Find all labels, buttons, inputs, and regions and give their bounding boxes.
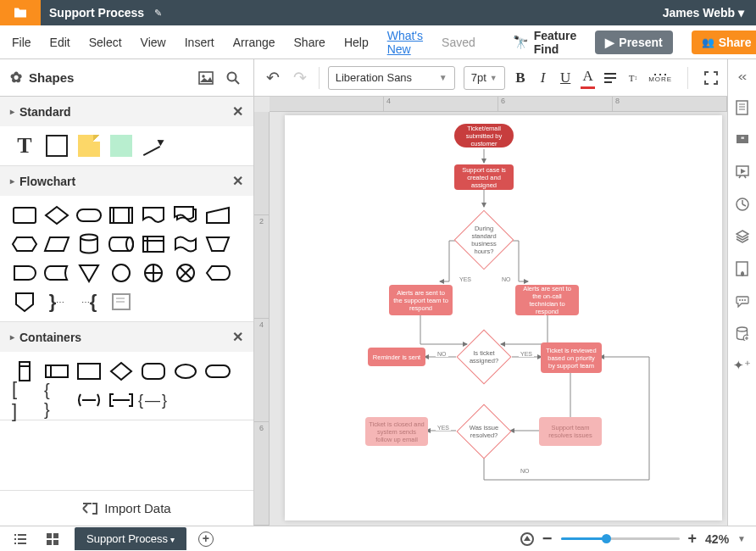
menu-arrange[interactable]: Arrange bbox=[233, 36, 275, 49]
zoom-fit-icon[interactable] bbox=[520, 532, 534, 546]
fc-brace-right[interactable]: }⋯ bbox=[44, 291, 69, 313]
node-resolve[interactable]: Support team resolves issues bbox=[539, 417, 602, 446]
fc-stored-data[interactable] bbox=[44, 262, 69, 284]
comment-icon[interactable]: ❝ bbox=[735, 132, 750, 147]
menu-edit[interactable]: Edit bbox=[50, 36, 70, 49]
menu-share-menu[interactable]: Share bbox=[294, 36, 325, 49]
fc-or[interactable] bbox=[141, 262, 166, 284]
underline-button[interactable]: U bbox=[559, 67, 573, 89]
paint-icon[interactable] bbox=[735, 261, 750, 276]
canvas-viewport[interactable]: 468 246 bbox=[254, 97, 727, 526]
fc-display[interactable] bbox=[205, 262, 231, 284]
cont-round-rect[interactable] bbox=[141, 360, 166, 382]
fc-paper-tape[interactable] bbox=[173, 233, 198, 255]
fc-internal-storage[interactable] bbox=[141, 233, 166, 255]
shape-note[interactable] bbox=[76, 135, 102, 157]
cont-swim-h[interactable] bbox=[44, 360, 69, 382]
fc-brace-left[interactable]: ⋯{ bbox=[76, 291, 102, 313]
redo-icon[interactable]: ↷ bbox=[290, 68, 310, 88]
fc-note[interactable] bbox=[108, 291, 134, 313]
cont-brace1[interactable]: { } bbox=[44, 389, 69, 411]
zoom-value[interactable]: 42% bbox=[705, 532, 729, 546]
shape-arrow[interactable] bbox=[141, 135, 166, 157]
fc-database[interactable] bbox=[76, 233, 102, 255]
zoom-in-button[interactable]: + bbox=[688, 530, 698, 548]
node-alert-oncall[interactable]: Alerts are sent to the on-call technicia… bbox=[515, 285, 579, 315]
present-panel-icon[interactable] bbox=[735, 164, 750, 180]
folder-icon[interactable] bbox=[0, 0, 41, 25]
cont-diamond[interactable] bbox=[108, 360, 134, 382]
fc-manual-op[interactable] bbox=[205, 233, 231, 255]
menu-select[interactable]: Select bbox=[89, 36, 122, 49]
grid-view-icon[interactable] bbox=[42, 529, 63, 549]
fc-terminator[interactable] bbox=[76, 204, 102, 226]
section-standard-header[interactable]: Standard ✕ bbox=[0, 97, 253, 126]
node-ticket-submitted[interactable]: Ticket/email submitted by customer bbox=[454, 124, 514, 147]
menu-help[interactable]: Help bbox=[344, 36, 369, 49]
layers-icon[interactable] bbox=[735, 229, 750, 244]
font-select[interactable]: Liberation Sans ▼ bbox=[328, 66, 455, 90]
user-menu[interactable]: James Webb bbox=[651, 6, 756, 19]
gear-icon[interactable]: ✿ bbox=[10, 69, 22, 86]
section-containers-header[interactable]: Containers ✕ bbox=[0, 322, 253, 352]
zoom-slider[interactable] bbox=[561, 537, 680, 540]
fc-merge[interactable] bbox=[76, 262, 102, 284]
node-alert-support[interactable]: Alerts are sent to the support team to r… bbox=[389, 285, 453, 315]
fc-predefined[interactable] bbox=[108, 204, 134, 226]
fc-sum-junction[interactable] bbox=[173, 262, 198, 284]
image-icon[interactable] bbox=[196, 68, 216, 88]
font-size-select[interactable]: 7pt ▼ bbox=[464, 66, 505, 90]
collapse-icon[interactable]: « bbox=[732, 68, 752, 83]
canvas[interactable]: Ticket/email submitted by customer Suppo… bbox=[285, 115, 722, 520]
feature-find[interactable]: 🔭 Feature Find bbox=[513, 29, 577, 56]
search-icon[interactable] bbox=[223, 68, 243, 88]
fc-decision[interactable] bbox=[44, 204, 69, 226]
doc-icon[interactable] bbox=[735, 100, 750, 115]
cont-rect[interactable] bbox=[76, 360, 102, 382]
shape-text[interactable]: T bbox=[12, 135, 37, 157]
cont-brace2[interactable]: {—} bbox=[141, 389, 166, 411]
menu-file[interactable]: File bbox=[12, 36, 31, 49]
bold-button[interactable]: B bbox=[514, 67, 528, 89]
node-case-created[interactable]: Support case is created and assigned bbox=[454, 164, 514, 190]
node-reviewed[interactable]: Ticket is reviewed based on priority by … bbox=[541, 342, 602, 373]
fc-delay[interactable] bbox=[12, 262, 37, 284]
italic-button[interactable]: I bbox=[536, 67, 550, 89]
menu-insert[interactable]: Insert bbox=[185, 36, 214, 49]
present-button[interactable]: ▶ Present bbox=[595, 31, 672, 54]
text-color-button[interactable]: A bbox=[581, 67, 595, 89]
cont-bracket-round[interactable] bbox=[76, 389, 102, 411]
undo-icon[interactable]: ↶ bbox=[263, 68, 283, 88]
import-data-button[interactable]: Import Data bbox=[0, 490, 253, 526]
fullscreen-icon[interactable] bbox=[703, 68, 719, 88]
cont-bracket-sq[interactable] bbox=[108, 389, 134, 411]
zoom-out-button[interactable]: − bbox=[542, 529, 553, 548]
page-tab[interactable]: Support Process bbox=[75, 527, 186, 550]
add-page-icon[interactable]: + bbox=[198, 532, 214, 547]
magic-icon[interactable]: ✦⁺ bbox=[735, 358, 750, 373]
cont-pill[interactable] bbox=[205, 360, 231, 382]
close-icon[interactable]: ✕ bbox=[232, 329, 243, 345]
share-button[interactable]: 👥 Share bbox=[692, 31, 756, 54]
more-button[interactable]: ⋯ MORE bbox=[648, 72, 672, 83]
close-icon[interactable]: ✕ bbox=[232, 103, 243, 120]
node-closed[interactable]: Ticket is closed and system sends follow… bbox=[365, 417, 428, 446]
chevron-down-icon[interactable]: ▼ bbox=[737, 534, 746, 543]
document-title[interactable]: Support Process bbox=[41, 6, 153, 19]
fc-process[interactable] bbox=[12, 204, 37, 226]
chat-icon[interactable] bbox=[735, 293, 750, 309]
pencil-icon[interactable]: ✎ bbox=[154, 8, 162, 19]
fc-document[interactable] bbox=[141, 204, 166, 226]
menu-view[interactable]: View bbox=[141, 36, 166, 49]
cont-ellipse[interactable] bbox=[173, 360, 198, 382]
fc-connector[interactable] bbox=[108, 262, 134, 284]
cont-bracket1[interactable]: [ ] bbox=[12, 389, 37, 411]
fc-data[interactable] bbox=[44, 233, 69, 255]
fc-direct-data[interactable] bbox=[108, 233, 134, 255]
history-icon[interactable] bbox=[735, 197, 750, 212]
database-icon[interactable] bbox=[735, 326, 750, 341]
fc-offpage[interactable] bbox=[12, 291, 37, 313]
font-scale-button[interactable]: T↕ bbox=[626, 67, 641, 89]
section-flowchart-header[interactable]: Flowchart ✕ bbox=[0, 166, 253, 196]
list-view-icon[interactable] bbox=[10, 529, 31, 549]
